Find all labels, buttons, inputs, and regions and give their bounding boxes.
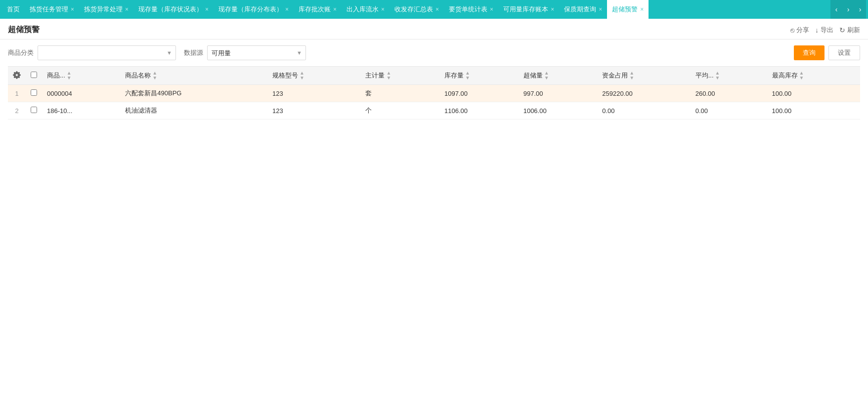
row-num-1: 1 [8, 85, 26, 102]
nav-left-arrow[interactable]: ‹ [830, 0, 842, 19]
nav-item-----------[interactable]: 现存量（库存状况表）× [133, 0, 214, 19]
gear-icon[interactable] [13, 71, 21, 79]
refresh-button[interactable]: ↻ 刷新 [839, 26, 860, 35]
nav-item------[interactable]: 库存批次账× [294, 0, 342, 19]
table-header-stock: 库存量 ▲▼ [439, 67, 519, 85]
data-source-select[interactable]: 可用量 现存量 [207, 45, 306, 60]
nav-close-icon[interactable]: × [435, 6, 439, 13]
cell-product-code-2: 186-10... [42, 102, 120, 119]
page-title: 超储预警 [8, 25, 40, 35]
table-header-capital: 资金占用 ▲▼ [597, 67, 690, 85]
overstock-table: 商品... ▲▼ 商品名称 ▲▼ 规格型号 ▲▼ [8, 66, 860, 119]
sort-icon-overstock: ▲▼ [544, 71, 549, 80]
cell-product-code-1: 0000004 [42, 85, 120, 102]
nav-close-icon[interactable]: × [205, 6, 209, 13]
product-category-filter: 商品分类 ▼ [8, 45, 176, 60]
settings-button[interactable]: 设置 [828, 45, 860, 60]
cell-product-name-1: 六配套新昌490BPG [120, 85, 267, 102]
nav-item------[interactable]: 保质期查询× [559, 0, 607, 19]
nav-close-icon[interactable]: × [490, 6, 493, 13]
cell-avg-1: 260.00 [691, 85, 767, 102]
export-button[interactable]: ↓ 导出 [815, 26, 833, 35]
row-checkbox-cell-2 [26, 102, 42, 119]
nav-item-----[interactable]: 超储预警× [607, 0, 649, 19]
sort-icon-product-name: ▲▼ [152, 71, 157, 80]
cell-spec-2: 123 [267, 102, 360, 119]
filter-actions: 查询 设置 [794, 45, 860, 60]
table-header-product-name: 商品名称 ▲▼ [120, 67, 267, 85]
nav-item---[interactable]: 首页 [2, 0, 25, 19]
sort-icon-stock: ▲▼ [465, 71, 470, 80]
table-row: 1 0000004 六配套新昌490BPG 123 套 1097.00 997.… [8, 85, 860, 102]
top-navigation: 首页拣货任务管理×拣货异常处理×现存量（库存状况表）×现存量（库存分布表）×库存… [0, 0, 868, 19]
cell-overstock-2: 1006.00 [519, 102, 598, 119]
table-header-row: 商品... ▲▼ 商品名称 ▲▼ 规格型号 ▲▼ [8, 67, 860, 85]
filter-bar: 商品分类 ▼ 数据源 可用量 现存量 ▼ 查询 设置 [0, 40, 868, 66]
nav-close-icon[interactable]: × [333, 6, 337, 13]
row-num-2: 2 [8, 102, 26, 119]
select-all-checkbox[interactable] [31, 72, 37, 78]
data-source-filter: 数据源 可用量 现存量 ▼ [184, 45, 306, 60]
row-checkbox-2[interactable] [31, 107, 37, 113]
row-checkbox-1[interactable] [31, 89, 37, 96]
export-icon: ↓ [815, 26, 819, 34]
table-header-spec: 规格型号 ▲▼ [267, 67, 360, 85]
nav-close-icon[interactable]: × [599, 6, 602, 13]
sort-icon-avg: ▲▼ [715, 71, 720, 80]
cell-max-stock-1: 100.00 [767, 85, 861, 102]
row-checkbox-cell-1 [26, 85, 42, 102]
nav-more-arrow[interactable]: › [854, 0, 866, 19]
nav-item------[interactable]: 出入库流水× [342, 0, 390, 19]
product-category-label: 商品分类 [8, 48, 34, 57]
nav-close-icon[interactable]: × [125, 6, 129, 13]
header-actions: ⎋ 分享 ↓ 导出 ↻ 刷新 [790, 26, 860, 35]
cell-stock-1: 1097.00 [439, 85, 519, 102]
cell-stock-2: 1106.00 [439, 102, 519, 119]
refresh-icon: ↻ [839, 26, 845, 34]
cell-spec-1: 123 [267, 85, 360, 102]
nav-item-----------[interactable]: 现存量（库存分布表）× [214, 0, 294, 19]
table-header-checkbox [26, 67, 42, 85]
nav-item--------[interactable]: 可用量库存账本× [498, 0, 559, 19]
nav-item-------[interactable]: 拣货异常处理× [79, 0, 133, 19]
nav-item-------[interactable]: 要货单统计表× [444, 0, 498, 19]
sort-icon-unit: ▲▼ [386, 71, 391, 80]
table-container: 商品... ▲▼ 商品名称 ▲▼ 规格型号 ▲▼ [0, 66, 868, 119]
nav-close-icon[interactable]: × [381, 6, 385, 13]
nav-close-icon[interactable]: × [71, 6, 74, 13]
cell-capital-2: 0.00 [597, 102, 690, 119]
table-header-gear [8, 67, 26, 85]
cell-unit-2: 个 [360, 102, 439, 119]
nav-close-icon[interactable]: × [285, 6, 289, 13]
nav-close-icon[interactable]: × [640, 6, 644, 13]
cell-max-stock-2: 100.00 [767, 102, 861, 119]
cell-capital-1: 259220.00 [597, 85, 690, 102]
table-header-avg: 平均... ▲▼ [691, 67, 767, 85]
product-category-select[interactable] [38, 45, 176, 60]
table-header-product-code: 商品... ▲▼ [42, 67, 120, 85]
table-header-unit: 主计量 ▲▼ [360, 67, 439, 85]
product-category-select-wrapper: ▼ [38, 45, 176, 60]
table-header-overstock: 超储量 ▲▼ [519, 67, 598, 85]
sort-icon-capital: ▲▼ [629, 71, 634, 80]
cell-overstock-1: 997.00 [519, 85, 598, 102]
cell-product-name-2: 机油滤清器 [120, 102, 267, 119]
share-icon: ⎋ [790, 26, 794, 34]
table-header-max-stock: 最高库存 ▲▼ [767, 67, 861, 85]
nav-right-arrow[interactable]: › [842, 0, 854, 19]
nav-item-------[interactable]: 拣货任务管理× [25, 0, 79, 19]
nav-arrows: ‹ › › [830, 0, 866, 19]
cell-unit-1: 套 [360, 85, 439, 102]
nav-item-------[interactable]: 收发存汇总表× [390, 0, 444, 19]
data-source-label: 数据源 [184, 48, 203, 57]
sort-icon-spec: ▲▼ [300, 71, 304, 80]
query-button[interactable]: 查询 [794, 45, 825, 60]
sort-icon-max-stock: ▲▼ [799, 71, 804, 80]
page-header: 超储预警 ⎋ 分享 ↓ 导出 ↻ 刷新 [0, 19, 868, 40]
page-content: 超储预警 ⎋ 分享 ↓ 导出 ↻ 刷新 商品分类 ▼ [0, 19, 868, 395]
table-body: 1 0000004 六配套新昌490BPG 123 套 1097.00 997.… [8, 85, 860, 119]
share-button[interactable]: ⎋ 分享 [790, 26, 809, 35]
table-row: 2 186-10... 机油滤清器 123 个 1106.00 1006.00 … [8, 102, 860, 119]
cell-avg-2: 0.00 [691, 102, 767, 119]
nav-close-icon[interactable]: × [551, 6, 554, 13]
